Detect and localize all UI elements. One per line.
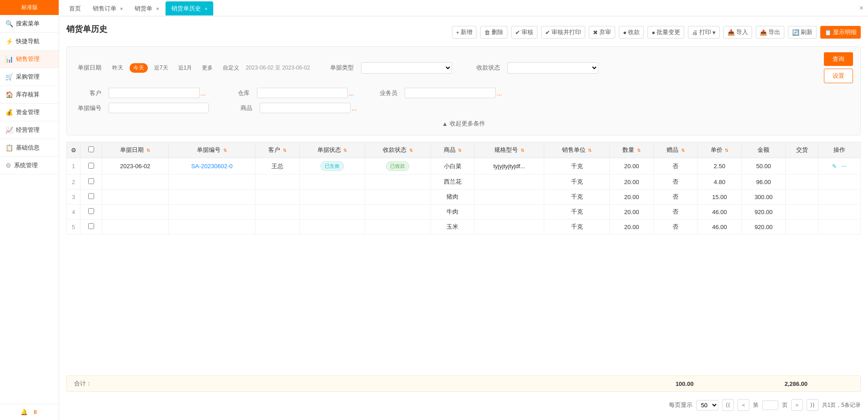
table-row: 12023-06-02SA-20230602-0王总已生效已收款小白菜tyjyj…: [67, 158, 861, 175]
col-gift[interactable]: 赠品 ⇅: [653, 142, 697, 158]
goods-input[interactable]: [260, 103, 351, 113]
set-button[interactable]: 设置: [824, 69, 853, 83]
col-action: 操作: [818, 142, 860, 158]
audit-print-button[interactable]: ✔ 审核并打印: [541, 26, 585, 39]
sidebar-item-search-menu[interactable]: 🔍 搜索菜单: [0, 15, 59, 33]
row-deliver: [786, 190, 818, 205]
col-goods[interactable]: 商品 ⇅: [431, 142, 475, 158]
sidebar-item-ops-mgmt[interactable]: 📈 经营管理: [0, 121, 59, 139]
col-customer[interactable]: 客户 ⇅: [256, 142, 300, 158]
row-select-checkbox[interactable]: [88, 178, 94, 184]
row-select-checkbox[interactable]: [88, 223, 94, 229]
tab-sales-order-close[interactable]: ×: [120, 6, 123, 11]
customer-input[interactable]: [109, 88, 200, 98]
row-checkbox[interactable]: [80, 175, 102, 190]
more-button[interactable]: ⋯: [840, 163, 848, 170]
staff-ellipsis[interactable]: ...: [497, 90, 502, 97]
col-doc-no[interactable]: 单据编号 ⇅: [168, 142, 255, 158]
sidebar-item-quick-nav[interactable]: ⚡ 快捷导航: [0, 33, 59, 50]
row-checkbox[interactable]: [80, 220, 102, 235]
goods-ellipsis[interactable]: ...: [351, 105, 357, 112]
row-doc-date: 2023-06-02: [102, 158, 168, 175]
select-all-checkbox[interactable]: [88, 146, 94, 152]
customer-ellipsis[interactable]: ...: [201, 90, 206, 97]
abandon-button[interactable]: ✖ 弃审: [589, 26, 615, 39]
row-doc-no[interactable]: SA-20230602-0: [168, 158, 255, 175]
date-1month[interactable]: 近1月: [175, 63, 196, 73]
notification-icon[interactable]: 🔔: [20, 409, 28, 415]
row-checkbox[interactable]: [80, 158, 102, 175]
first-page-button[interactable]: ⟨⟨: [722, 399, 734, 411]
print-button[interactable]: 🖨 打印 ▾: [688, 26, 720, 39]
prev-page-button[interactable]: ＜: [738, 399, 749, 411]
show-detail-button[interactable]: 📋 显示明细: [820, 26, 861, 39]
sidebar-item-system-mgmt[interactable]: ⚙ 系统管理: [0, 157, 59, 175]
pay-status-select[interactable]: [507, 62, 598, 74]
col-settings[interactable]: ⚙: [67, 142, 80, 158]
export-button[interactable]: 📤 导出: [756, 26, 784, 39]
quick-nav-icon: ⚡: [5, 38, 13, 45]
refresh-button[interactable]: 🔄 刷新: [788, 26, 817, 39]
close-all-tabs[interactable]: ×: [859, 4, 863, 12]
batch-change-button[interactable]: ● 批量变更: [647, 26, 684, 39]
collect-button[interactable]: ● 收款: [619, 26, 644, 39]
col-doc-status[interactable]: 单据状态 ⇅: [299, 142, 365, 158]
row-select-checkbox[interactable]: [88, 163, 94, 169]
col-qty[interactable]: 数量 ⇅: [610, 142, 654, 158]
col-doc-date[interactable]: 单据日期 ⇅: [102, 142, 168, 158]
staff-input[interactable]: [405, 88, 496, 98]
row-doc-no[interactable]: [168, 190, 255, 205]
tab-home[interactable]: 首页: [64, 2, 86, 15]
row-doc-no[interactable]: [168, 205, 255, 220]
edit-button[interactable]: ✎: [831, 163, 838, 170]
date-7days[interactable]: 近7天: [151, 63, 172, 73]
sidebar-item-purchase-mgmt[interactable]: 🛒 采购管理: [0, 68, 59, 86]
col-spec[interactable]: 规格型号 ⇅: [475, 142, 544, 158]
tab-sales-history-close[interactable]: ×: [205, 6, 207, 11]
col-price[interactable]: 单价 ⇅: [697, 142, 742, 158]
tab-sales-goods-close[interactable]: ×: [156, 6, 159, 11]
row-select-checkbox[interactable]: [88, 208, 94, 214]
col-pay-status[interactable]: 收款状态 ⇅: [365, 142, 431, 158]
col-unit[interactable]: 销售单位 ⇅: [544, 142, 609, 158]
query-button[interactable]: 查询: [824, 52, 853, 66]
warehouse-ellipsis[interactable]: ...: [349, 90, 354, 97]
import-button[interactable]: 📥 导入: [723, 26, 752, 39]
date-more[interactable]: 更多: [198, 63, 216, 73]
tab-sales-order[interactable]: 销售订单 ×: [87, 2, 128, 15]
new-button[interactable]: + 新增: [452, 26, 477, 39]
doc-no-input[interactable]: [109, 103, 209, 113]
row-checkbox[interactable]: [80, 205, 102, 220]
col-checkbox[interactable]: [80, 142, 102, 158]
page-number-input[interactable]: 1: [762, 400, 778, 410]
date-custom[interactable]: 自定义: [219, 63, 243, 73]
data-table: ⚙ 单据日期 ⇅ 单据编号 ⇅ 客户 ⇅: [66, 142, 861, 235]
collapse-button[interactable]: ▲ 收起更多条件: [438, 118, 489, 130]
sort-pay-status-icon: ⇅: [409, 148, 413, 153]
finance-mgmt-icon: 💰: [5, 109, 13, 116]
warehouse-input[interactable]: [257, 88, 348, 98]
next-page-button[interactable]: ＞: [791, 399, 803, 411]
row-select-checkbox[interactable]: [88, 193, 94, 199]
sidebar-item-finance-mgmt[interactable]: 💰 资金管理: [0, 104, 59, 121]
date-today[interactable]: 今天: [130, 63, 148, 73]
row-checkbox[interactable]: [80, 190, 102, 205]
sidebar-item-inventory[interactable]: 🏠 库存核算: [0, 86, 59, 104]
tab-sales-goods[interactable]: 销货单 ×: [129, 2, 164, 15]
print-dropdown-icon: ▾: [712, 29, 716, 36]
audit-button[interactable]: ✔ 审核: [511, 26, 537, 39]
customer-label: 客户: [74, 89, 101, 97]
sidebar-item-basic-info[interactable]: 📋 基础信息: [0, 139, 59, 157]
row-doc-no[interactable]: [168, 220, 255, 235]
row-doc-no[interactable]: [168, 175, 255, 190]
delete-button[interactable]: 🗑 删除: [480, 26, 507, 39]
date-range-display: 2023-06-02 至 2023-06-02: [246, 64, 310, 72]
pause-icon[interactable]: ⏸: [32, 409, 38, 415]
last-page-button[interactable]: ⟩⟩: [807, 399, 818, 411]
sidebar-brand[interactable]: 标准版: [0, 0, 59, 15]
sidebar-item-sales-mgmt[interactable]: 📊 销售管理: [0, 50, 59, 68]
date-yesterday[interactable]: 昨天: [109, 63, 127, 73]
doc-type-select[interactable]: [361, 62, 452, 74]
tab-sales-history[interactable]: 销货单历史 ×: [166, 1, 213, 15]
per-page-select[interactable]: 50: [696, 400, 718, 410]
